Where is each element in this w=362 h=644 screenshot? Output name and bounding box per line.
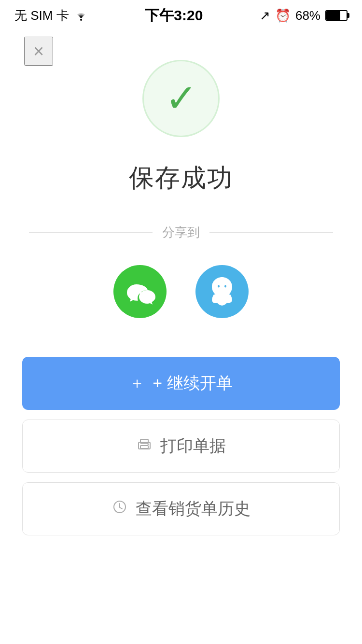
- status-time: 下午3:20: [145, 6, 203, 26]
- svg-point-12: [148, 444, 149, 445]
- history-button[interactable]: 查看销货单历史: [22, 482, 340, 535]
- svg-point-7: [218, 285, 220, 288]
- share-label: 分享到: [153, 224, 209, 241]
- plus-icon: ＋: [129, 373, 145, 394]
- divider-left: [29, 232, 153, 233]
- checkmark-icon: ✓: [165, 79, 197, 118]
- carrier-text: 无 SIM 卡: [14, 7, 69, 24]
- share-divider: 分享到: [0, 224, 362, 241]
- alarm-icon: ⏰: [275, 8, 291, 23]
- share-icons-row: [113, 265, 249, 318]
- print-button[interactable]: 打印单据: [22, 420, 340, 473]
- divider-right: [209, 232, 333, 233]
- svg-point-4: [149, 296, 151, 298]
- qq-share-button[interactable]: [195, 265, 249, 318]
- svg-point-1: [132, 292, 135, 294]
- location-icon: ↗: [260, 8, 270, 23]
- main-content: ✓ 保存成功 分享到: [0, 31, 362, 535]
- svg-rect-11: [140, 446, 148, 448]
- history-icon: [111, 499, 128, 519]
- svg-point-8: [224, 285, 226, 288]
- status-right: ↗ ⏰ 68%: [260, 8, 348, 23]
- svg-point-0: [80, 19, 82, 21]
- svg-point-3: [143, 296, 145, 298]
- battery-percent: 68%: [295, 8, 320, 23]
- qq-icon: [208, 275, 236, 308]
- success-title: 保存成功: [129, 161, 233, 195]
- close-icon: ×: [33, 42, 44, 60]
- wifi-icon: [74, 10, 88, 21]
- action-buttons: ＋ + 继续开单 打印单据 查看销货单历: [0, 357, 362, 535]
- wechat-share-button[interactable]: [113, 265, 167, 318]
- continue-label: + 继续开单: [153, 372, 232, 394]
- history-label: 查看销货单历史: [136, 498, 251, 520]
- continue-button[interactable]: ＋ + 继续开单: [22, 357, 340, 410]
- close-button[interactable]: ×: [24, 37, 53, 66]
- battery-icon: [325, 10, 348, 21]
- print-icon: [136, 436, 153, 456]
- success-indicator: ✓: [142, 60, 220, 137]
- print-label: 打印单据: [160, 435, 226, 457]
- status-carrier: 无 SIM 卡: [14, 7, 88, 24]
- status-bar: 无 SIM 卡 下午3:20 ↗ ⏰ 68%: [0, 0, 362, 31]
- wechat-icon: [123, 275, 157, 308]
